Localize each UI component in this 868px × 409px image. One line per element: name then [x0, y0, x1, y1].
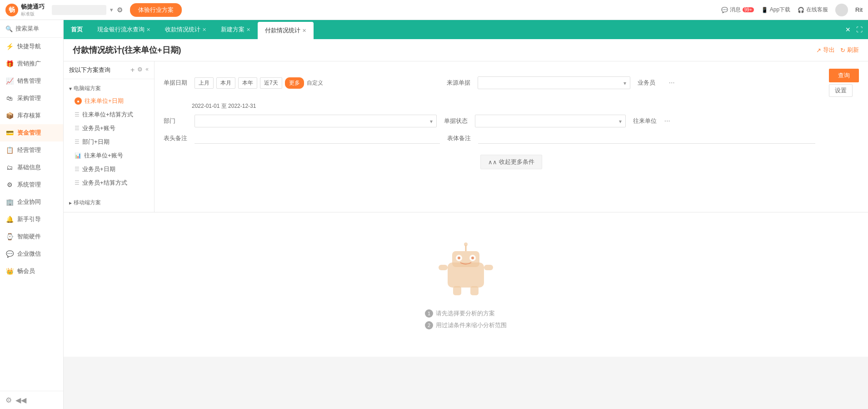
sidebar-item-guide[interactable]: 🔔 新手引导: [0, 211, 63, 228]
tab-home[interactable]: 首页: [64, 20, 90, 39]
group-expand-icon: ▾: [69, 86, 72, 92]
sidebar-item-purchase[interactable]: 🛍 采购管理: [0, 90, 63, 107]
export-btn[interactable]: ↗ 导出: [816, 46, 835, 54]
tab-receive[interactable]: 收款情况统计 ✕: [158, 20, 214, 39]
sidebar-item-cooperation[interactable]: 🏢 企业协同: [0, 193, 63, 211]
scheme-item-6[interactable]: ☰ 业务员+结算方式: [64, 176, 154, 190]
body-remark-input[interactable]: [478, 133, 815, 144]
settings-icon[interactable]: ⚙: [117, 6, 123, 14]
tab-new-plan[interactable]: 新建方案 ✕: [214, 20, 258, 39]
sidebar-item-sales[interactable]: 📈 销售管理: [0, 72, 63, 90]
gear-bottom-icon[interactable]: ⚙: [5, 396, 12, 404]
filter-row-remarks: 表头备注 表体备注: [164, 133, 859, 144]
header-remark-input[interactable]: [195, 133, 440, 144]
dept-select[interactable]: [195, 115, 437, 127]
robot-svg: [434, 240, 498, 299]
tab-bar: 首页 现金银行流水查询 ✕ 收款情况统计 ✕ 新建方案 ✕ 付款情况统计 ✕ ✕…: [64, 20, 868, 39]
svg-rect-9: [470, 286, 479, 295]
sidebar-item-hardware[interactable]: ⌚ 智能硬件: [0, 228, 63, 245]
hardware-icon: ⌚: [5, 232, 14, 241]
scheme-group-desktop-title[interactable]: ▾ 电脑端方案: [64, 83, 154, 94]
scheme-item-2[interactable]: ☰ 业务员+账号: [64, 121, 154, 135]
system-icon: ⚙: [5, 181, 14, 189]
filter-group-header-remark: 表头备注: [164, 133, 440, 144]
user-name: Rit: [855, 6, 863, 13]
sidebar-item-inventory[interactable]: 📦 库存核算: [0, 107, 63, 124]
scheme-group-mobile-title[interactable]: ▸ 移动端方案: [64, 197, 154, 208]
tab-bank[interactable]: 现金银行流水查询 ✕: [90, 20, 158, 39]
date-btn-this-month[interactable]: 本月: [216, 77, 235, 89]
sidebar-item-wechat[interactable]: 💬 企业微信: [0, 245, 63, 263]
scheme-item-0[interactable]: ● 往来单位+日期: [64, 94, 154, 108]
partner-dots[interactable]: ···: [664, 117, 670, 125]
collapse-sidebar-icon[interactable]: ◀◀: [15, 396, 26, 404]
scheme-icon-3: ☰: [75, 139, 80, 145]
date-btn-more[interactable]: 更多: [285, 77, 304, 89]
salesman-dots[interactable]: ···: [668, 79, 674, 87]
top-bar-right: 💬 消息 99+ 📱 App下载 🎧 在线客服 Rit: [721, 4, 863, 16]
settings-btn[interactable]: 设置: [829, 84, 853, 97]
tab-new-plan-close[interactable]: ✕: [246, 27, 250, 33]
page-header: 付款情况统计(往来单位+日期) ↗ 导出 ↻ 刷新: [64, 39, 868, 61]
sidebar-item-basic[interactable]: 🗂 基础信息: [0, 159, 63, 176]
tab-receive-close[interactable]: ✕: [202, 27, 206, 33]
query-btn[interactable]: 查询: [829, 69, 859, 82]
date-btn-last-month[interactable]: 上月: [195, 77, 214, 89]
scheme-item-5[interactable]: ☰ 业务员+日期: [64, 162, 154, 176]
tab-payment[interactable]: 付款情况统计 ✕: [258, 22, 314, 39]
scheme-item-4[interactable]: 📊 往来单位+账号: [64, 149, 154, 162]
tab-bank-close[interactable]: ✕: [146, 27, 150, 33]
dept-chevron-icon: [430, 118, 433, 125]
filter-dates: 上月 本月 本年 近7天 更多 自定义: [195, 77, 323, 89]
filter-row-1: 单据日期 上月 本月 本年 近7天 更多 自定义 来源单据: [164, 69, 859, 97]
filter-group-docstatus: 单据状态: [444, 115, 626, 127]
scheme-item-1[interactable]: ☰ 往来单位+结算方式: [64, 108, 154, 121]
sidebar-item-quick-nav[interactable]: ⚡ 快捷导航: [0, 38, 63, 55]
source-select[interactable]: [478, 76, 631, 89]
tab-close-all-icon[interactable]: ✕: [843, 24, 853, 35]
scheme-panel-header: 按以下方案查询 + ⚙ «: [64, 61, 154, 79]
collapse-panel-icon[interactable]: «: [145, 66, 149, 74]
trial-button[interactable]: 体验行业方案: [130, 3, 182, 17]
date-btn-this-year[interactable]: 本年: [238, 77, 257, 89]
svg-point-4: [458, 257, 460, 259]
inventory-icon: 📦: [5, 111, 14, 120]
sidebar-item-finance[interactable]: 💳 资金管理: [0, 124, 63, 141]
scheme-settings-icon[interactable]: ⚙: [137, 66, 143, 74]
online-service-btn[interactable]: 🎧 在线客服: [798, 6, 828, 14]
marketing-icon: 🎁: [5, 60, 14, 68]
tab-bar-actions: ✕ ⛶: [840, 20, 868, 39]
notification-btn[interactable]: 💬 消息 99+: [721, 6, 754, 14]
mobile-group-expand-icon: ▸: [69, 200, 72, 206]
purchase-icon: 🛍: [5, 94, 14, 102]
body-remark-label: 表体备注: [447, 134, 474, 142]
quick-nav-icon: ⚡: [5, 42, 14, 50]
docstatus-chevron-icon: [619, 118, 622, 125]
date-btn-7days[interactable]: 近7天: [260, 77, 282, 89]
collapse-icon: ∧∧: [488, 159, 497, 166]
sidebar-item-member[interactable]: 👑 畅会员: [0, 263, 63, 280]
user-avatar[interactable]: [835, 4, 848, 16]
scheme-group-mobile: ▸ 移动端方案: [64, 193, 154, 212]
custom-label: 自定义: [307, 79, 323, 87]
scheme-item-3[interactable]: ☰ 部门+日期: [64, 135, 154, 149]
tab-payment-close[interactable]: ✕: [302, 28, 306, 34]
tab-maximize-icon[interactable]: ⛶: [854, 24, 864, 35]
export-icon: ↗: [816, 47, 821, 54]
hint-num-1: 1: [425, 309, 433, 318]
refresh-btn[interactable]: ↻ 刷新: [840, 46, 859, 54]
page-actions: ↗ 导出 ↻ 刷新: [816, 46, 859, 54]
collapse-btn[interactable]: ∧∧ 收起更多条件: [480, 155, 542, 169]
add-scheme-btn[interactable]: +: [130, 66, 135, 74]
filter-group-body-remark: 表体备注: [447, 133, 815, 144]
docstatus-select[interactable]: [475, 115, 626, 127]
wechat-icon: 💬: [5, 250, 14, 258]
date-range-display: 2022-01-01 至 2022-12-31: [164, 102, 859, 110]
search-menu-btn[interactable]: 🔍 搜索菜单: [0, 20, 63, 38]
sidebar-item-operations[interactable]: 📋 经营管理: [0, 141, 63, 159]
app-download-btn[interactable]: 📱 App下载: [761, 6, 790, 14]
svg-rect-8: [453, 286, 461, 295]
sidebar-item-marketing[interactable]: 🎁 营销推广: [0, 55, 63, 72]
chevron-down-icon[interactable]: ▾: [110, 6, 113, 13]
sidebar-item-system[interactable]: ⚙ 系统管理: [0, 176, 63, 193]
